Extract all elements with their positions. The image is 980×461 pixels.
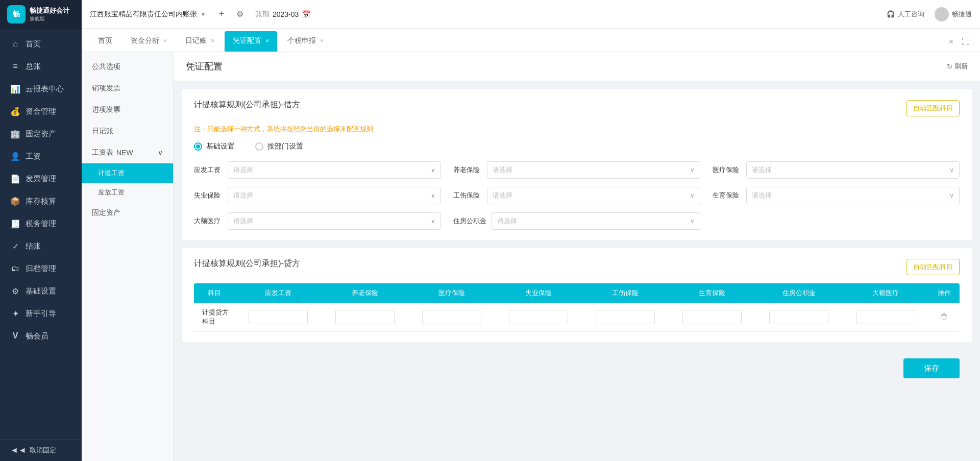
credit-auto-match-button[interactable]: 自动匹配科目 [906,259,960,275]
new-badge: NEW [116,149,133,157]
label-yi-liao: 医疗保险 [713,165,741,175]
select-ying-fa-gongzi[interactable]: 请选择 ∨ [228,161,441,179]
chevron-down-icon-7: ∨ [431,217,435,225]
sidebar-item-general-ledger[interactable]: ≡ 总账 [0,55,82,78]
select-zhu-fang[interactable]: 请选择 ∨ [492,212,700,230]
sub-nav-journal[interactable]: 日记账 [82,120,173,142]
period-selector[interactable]: 账期 2023-03 📅 [255,10,310,19]
sidebar-item-funds[interactable]: 💰 资金管理 [0,100,82,123]
sidebar-logo: 畅 畅捷通好会计 旗舰版 [0,0,82,29]
label-da-e: 大额医疗 [194,216,223,226]
select-yang-lao[interactable]: 请选择 ∨ [487,161,700,179]
input-da-e[interactable] [856,310,916,324]
tab-tax-report[interactable]: 个税申报 × [279,31,332,52]
tab-voucher-close[interactable]: × [265,37,269,44]
headset-icon: 🎧 [887,10,895,18]
select-gong-shang[interactable]: 请选择 ∨ [487,187,700,204]
td-cell-3[interactable] [495,303,582,331]
cancel-fixed-button[interactable]: ◄◄ 取消固定 [0,439,82,461]
td-cell-6[interactable] [755,303,842,331]
chevron-down-icon-2: ∨ [690,166,695,174]
form-item-ying-fa-gongzi: 应发工资 请选择 ∨ [194,161,441,179]
tab-voucher-config[interactable]: 凭证配置 × [225,31,277,52]
fixed-assets-icon: 🏢 [10,129,20,139]
radio-basic[interactable]: 基础设置 [194,142,235,151]
sidebar-item-invoices[interactable]: 📄 发票管理 [0,167,82,190]
input-ying-fa[interactable] [249,310,308,324]
th-gong-shang: 工伤保险 [582,283,669,303]
td-cell-4[interactable] [582,303,669,331]
input-yi-liao[interactable] [422,310,482,324]
sidebar-item-home[interactable]: ⌂ 首页 [0,33,82,55]
sub-nav-common[interactable]: 公共选项 [82,56,173,78]
select-sheng-yu[interactable]: 请选择 ∨ [746,187,960,204]
maximize-button[interactable]: ⛶ [960,35,972,48]
tab-home[interactable]: 首页 [90,31,120,52]
sub-nav-purchase-invoice[interactable]: 进项发票 [82,99,173,120]
calendar-icon[interactable]: 📅 [302,10,310,18]
tab-tax-close[interactable]: × [320,37,324,44]
sub-nav-fixed-assets[interactable]: 固定资产 [82,202,173,224]
gear-icon: ⚙ [236,9,243,19]
tab-journal[interactable]: 日记账 × [177,31,223,52]
chevron-down-icon-4: ∨ [431,192,435,199]
sidebar-item-fixed-assets[interactable]: 🏢 固定资产 [0,123,82,145]
label-shi-ye: 失业保险 [194,191,223,200]
sidebar-item-reports[interactable]: 📊 云报表中心 [0,78,82,100]
sidebar-item-settings[interactable]: ⚙ 基础设置 [0,280,82,302]
td-action[interactable]: 🗑 [929,303,960,331]
tax-icon: 🧾 [10,219,20,229]
select-da-e[interactable]: 请选择 ∨ [228,212,441,230]
sub-nav-sales-invoice[interactable]: 销项发票 [82,78,173,99]
form-item-sheng-yu: 生育保险 请选择 ∨ [713,187,960,204]
select-shi-ye[interactable]: 请选择 ∨ [228,187,441,204]
sub-nav-distribute-salary[interactable]: 发放工资 [82,183,173,202]
right-panel: 凭证配置 ↻ 刷新 计提核算规则(公司承担)-借方 自动匹配科目 注：只能选择一… [174,52,980,461]
td-cell-7[interactable] [842,303,929,331]
label-gong-shang: 工伤保险 [453,191,482,200]
sidebar-item-archive[interactable]: 🗂 归档管理 [0,257,82,280]
save-button[interactable]: 保存 [903,358,960,378]
credit-table-header: 科目 应发工资 养老保险 医疗保险 失业保险 工伤保险 生育保险 住房公积金 大… [194,283,960,303]
topbar: 江西服宝精品有限责任公司内账张 ▼ + ⚙ 账期 2023-03 📅 🎧 人工咨… [82,0,980,29]
sidebar-item-inventory[interactable]: 📦 库存核算 [0,190,82,212]
tabbar: 首页 资金分析 × 日记账 × 凭证配置 × 个税申报 × × ⛶ [82,29,980,52]
sidebar-item-tax[interactable]: 🧾 税务管理 [0,212,82,235]
form-item-da-e: 大额医疗 请选择 ∨ [194,212,441,230]
radio-by-dept[interactable]: 按部门设置 [255,142,303,151]
sub-nav-accrued-salary[interactable]: 计提工资 [82,163,173,183]
tab-funds-close[interactable]: × [163,37,167,44]
settings-button[interactable]: ⚙ [233,7,247,21]
sub-nav-salary-table[interactable]: 工资表 NEW ∨ [82,142,173,163]
user-button[interactable]: 畅捷通 [935,7,972,21]
form-item-yang-lao: 养老保险 请选择 ∨ [453,161,700,179]
delete-icon[interactable]: 🗑 [940,312,948,322]
input-zhu-fang[interactable] [769,310,829,324]
sidebar-item-guide[interactable]: ✦ 新手引导 [0,302,82,325]
consult-button[interactable]: 🎧 人工咨询 [887,10,924,19]
sidebar-item-vip[interactable]: V 畅会员 [0,325,82,347]
sidebar-item-payroll[interactable]: 👤 工资 [0,145,82,167]
input-gong-shang[interactable] [596,310,655,324]
input-sheng-yu[interactable] [682,310,742,324]
company-selector[interactable]: 江西服宝精品有限责任公司内账张 ▼ [90,10,206,19]
add-button[interactable]: + [214,7,229,21]
page-title: 凭证配置 [186,60,223,72]
td-cell-1[interactable] [322,303,408,331]
td-cell-0[interactable] [235,303,322,331]
sub-nav: 公共选项 销项发票 进项发票 日记账 工资表 NEW ∨ 计提工资 [82,52,174,461]
tab-funds[interactable]: 资金分析 × [122,31,175,52]
td-cell-5[interactable] [669,303,755,331]
tab-journal-close[interactable]: × [211,37,214,44]
settings-icon: ⚙ [10,286,20,296]
debit-auto-match-button[interactable]: 自动匹配科目 [906,100,960,116]
debit-title: 计提核算规则(公司承担)-借方 [194,100,300,110]
refresh-button[interactable]: ↻ 刷新 [947,62,968,71]
form-item-zhu-fang: 住房公积金 请选择 ∨ [453,212,700,230]
select-yi-liao[interactable]: 请选择 ∨ [746,161,960,179]
input-shi-ye[interactable] [509,310,569,324]
input-yang-lao[interactable] [335,310,395,324]
sidebar-item-closing[interactable]: ✓ 结账 [0,235,82,257]
td-cell-2[interactable] [408,303,495,331]
close-tab-button[interactable]: × [947,35,955,48]
